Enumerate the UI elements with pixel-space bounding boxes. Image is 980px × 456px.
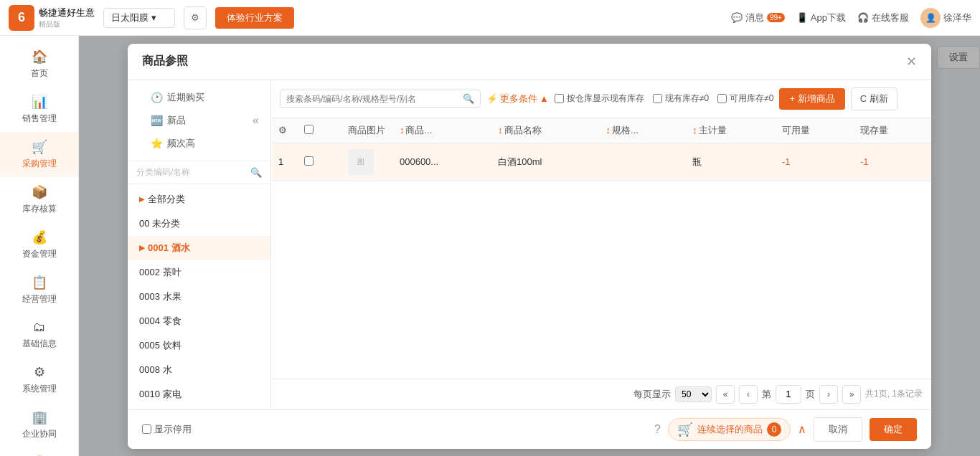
store-selector[interactable]: 日太阳膜 ▾ (103, 8, 175, 28)
category-0010[interactable]: 0010 家电 (128, 382, 270, 407)
warehouse-stock-checkbox[interactable]: 按仓库显示现有库存 (555, 92, 644, 105)
modal-overlay: 商品参照 ✕ 🕐 近期购买 (79, 36, 980, 456)
last-page-button[interactable]: » (842, 385, 861, 404)
category-0005[interactable]: 0005 饮料 (128, 333, 270, 358)
footer-left: 显示停用 (142, 423, 192, 436)
sidebar-item-enterprise[interactable]: 🏢 企业协同 (0, 402, 78, 447)
show-disabled-checkbox[interactable]: 显示停用 (142, 423, 192, 436)
message-icon: 💬 (731, 12, 743, 23)
collapse-button[interactable]: « (247, 110, 265, 131)
sidebar-item-home[interactable]: 🏠 首页 (0, 42, 78, 87)
category-0004[interactable]: 0004 零食 (128, 309, 270, 333)
product-table: ⚙ 商品图片 (271, 118, 931, 181)
th-product-name: ↕ 商品名称 (491, 118, 598, 143)
th-sort-spec[interactable]: ↕ 规格... (606, 124, 679, 137)
cart-selection-wrap[interactable]: 🛒 连续选择的商品 0 (668, 418, 791, 441)
sidebar-item-purchase[interactable]: 🛒 采购管理 (0, 132, 78, 177)
top-nav: 6 畅捷通好生意 精品版 日太阳膜 ▾ ⚙ 体验行业方案 💬 消息 99+ 📱 … (0, 0, 980, 36)
first-page-button[interactable]: « (716, 385, 735, 404)
chevron-up-icon[interactable]: ∧ (798, 422, 806, 436)
th-sort-unit[interactable]: ↕ 主计量 (692, 124, 768, 137)
th-sort-name[interactable]: ↕ 商品名称 (498, 124, 591, 137)
sidebar-item-operations[interactable]: 📋 经营管理 (0, 267, 78, 313)
sidebar-item-guide[interactable]: 🎯 新手引导 (0, 447, 78, 456)
product-search-wrap: 🔍 (280, 90, 481, 108)
sidebar-item-basic-info[interactable]: 🗂 基础信息 (0, 313, 78, 357)
user-nav-item[interactable]: 👤 徐泽华 (920, 8, 971, 28)
th-product-code: ↕ 商品... (392, 118, 491, 143)
frequent-filter[interactable]: ⭐ 频次高 (139, 132, 216, 155)
message-label: 消息 (745, 11, 764, 24)
settings-button[interactable]: ⚙ (184, 6, 207, 29)
select-all-checkbox[interactable] (304, 125, 314, 134)
category-search-input[interactable] (136, 167, 248, 177)
app-download-nav-item[interactable]: 📱 App下载 (796, 11, 846, 24)
new-product-filter[interactable]: 🆕 新品 (139, 109, 216, 132)
page-unit: 页 (806, 388, 815, 401)
frequent-label: 频次高 (167, 137, 195, 150)
td-image: 图 (341, 143, 392, 181)
sales-icon: 📊 (32, 94, 47, 110)
product-search-input[interactable] (286, 94, 460, 104)
username-label: 徐泽华 (943, 11, 971, 24)
available-stock-checkbox[interactable]: 可用库存≠0 (717, 92, 773, 105)
modal-title: 商品参照 (142, 54, 188, 69)
category-00[interactable]: 00 未分类 (128, 212, 270, 236)
per-page-select[interactable]: 50 100 200 (675, 386, 712, 402)
purchase-icon: 🛒 (32, 139, 47, 155)
nonzero-stock-checkbox[interactable]: 现有库存≠0 (653, 92, 709, 105)
chevron-up-icon: ▲ (540, 93, 549, 104)
filter-checkboxes: 按仓库显示现有库存 现有库存≠0 可用库存≠0 (555, 92, 774, 105)
sidebar-item-inventory[interactable]: 📦 库存核算 (0, 177, 78, 222)
add-product-button[interactable]: + 新增商品 (779, 88, 844, 110)
warehouse-stock-label: 按仓库显示现有库存 (567, 92, 644, 105)
sidebar-item-operations-label: 经营管理 (22, 293, 57, 305)
category-0001[interactable]: ▶ 0001 酒水 (128, 236, 270, 260)
category-0008[interactable]: 0008 水 (128, 358, 270, 382)
category-0003[interactable]: 0003 水果 (128, 285, 270, 309)
filter-icon: ⚡ (486, 93, 498, 104)
confirm-button[interactable]: 确定 (870, 418, 917, 441)
product-search-icon[interactable]: 🔍 (463, 93, 474, 104)
category-0005-label: 0005 饮料 (139, 339, 182, 352)
cancel-button[interactable]: 取消 (814, 417, 862, 442)
sidebar-item-home-label: 首页 (31, 67, 48, 80)
prev-page-button[interactable]: ‹ (739, 385, 758, 404)
sidebar-item-finance[interactable]: 💰 资金管理 (0, 222, 78, 267)
footer-right: ? 🛒 连续选择的商品 0 ∧ 取消 确定 (654, 417, 917, 442)
modal-close-button[interactable]: ✕ (906, 54, 917, 70)
sidebar-item-system[interactable]: ⚙ 系统管理 (0, 357, 78, 402)
td-checkbox[interactable] (297, 143, 341, 181)
sidebar-item-sales-label: 销售管理 (22, 113, 57, 125)
sidebar-item-sales[interactable]: 📊 销售管理 (0, 87, 78, 132)
logo-text: 畅捷通好生意 精品版 (39, 6, 95, 29)
disabled-checkbox-input[interactable] (142, 424, 151, 434)
category-search-icon[interactable]: 🔍 (250, 167, 262, 178)
avatar: 👤 (920, 8, 941, 28)
message-badge: 99+ (767, 13, 785, 22)
online-service-nav-item[interactable]: 🎧 在线客服 (857, 11, 909, 24)
recent-purchase-filter[interactable]: 🕐 近期购买 (139, 86, 216, 109)
main-layout: 🏠 首页 📊 销售管理 🛒 采购管理 📦 库存核算 💰 资金管理 📋 经营管理 … (0, 36, 980, 456)
refresh-button[interactable]: C 刷新 (851, 87, 897, 110)
td-code: 000600... (392, 143, 491, 181)
page-number-input[interactable] (776, 385, 801, 404)
th-settings[interactable]: ⚙ (271, 118, 297, 143)
th-spec: ↕ 规格... (599, 118, 686, 143)
row-checkbox[interactable] (304, 156, 314, 166)
filter-bar: 🔍 ⚡ 更多条件 ▲ 按仓库显示现有库存 (271, 80, 931, 118)
system-icon: ⚙ (34, 364, 45, 380)
more-filter-button[interactable]: ⚡ 更多条件 ▲ (486, 92, 549, 105)
sidebar-item-purchase-label: 采购管理 (22, 158, 57, 170)
message-nav-item[interactable]: 💬 消息 99+ (731, 11, 785, 24)
th-sort-image[interactable]: 商品图片 (348, 124, 385, 137)
logo-sub: 精品版 (39, 19, 95, 29)
category-list: ▶ 全部分类 00 未分类 ▶ 0001 酒水 0002 茶 (128, 184, 270, 409)
table-row[interactable]: 1 图 000600... 白酒100ml (271, 143, 931, 181)
th-sort-code[interactable]: ↕ 商品... (400, 124, 484, 137)
help-icon[interactable]: ? (654, 423, 661, 436)
next-page-button[interactable]: › (819, 385, 838, 404)
try-solution-button[interactable]: 体验行业方案 (215, 7, 294, 29)
category-0002[interactable]: 0002 茶叶 (128, 260, 270, 285)
category-all[interactable]: ▶ 全部分类 (128, 187, 270, 212)
